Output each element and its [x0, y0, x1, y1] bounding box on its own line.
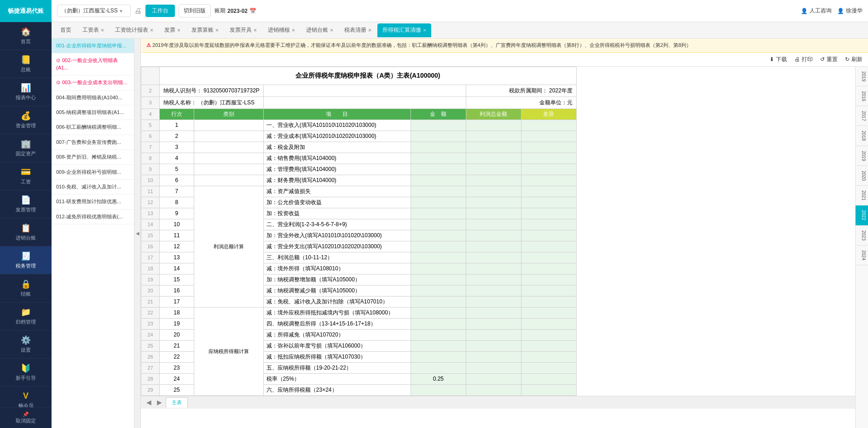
sidebar-nav: 🏠 首页 📒 总账 📊 报表中心 💰 资金管理 🏢 固定资产 💳 工资 📄 发票… — [0, 22, 52, 407]
panel-collapse-toggle[interactable]: ◀ — [134, 39, 141, 428]
sidebar-item-close-period[interactable]: 🔒 结账 — [0, 274, 52, 302]
sheet-tab-main[interactable]: 主表 — [166, 397, 188, 408]
tab-close-sales-check[interactable]: × — [292, 27, 295, 34]
calendar-icon: 📅 — [249, 8, 256, 14]
invoice-icon: 📄 — [21, 195, 31, 205]
sidebar-item-home[interactable]: 🏠 首页 — [0, 22, 52, 50]
left-panel-item-002[interactable]: ⊙002-一般企业收入明细表(A1... — [52, 53, 134, 75]
ledger-icon: 📋 — [21, 223, 31, 233]
sidebar-pin-toggle[interactable]: 📌 取消固定 — [0, 407, 52, 428]
tab-home[interactable]: 首页 — [55, 23, 76, 37]
tab-close-payroll[interactable]: × — [101, 27, 104, 34]
chevron-down-icon: ▾ — [120, 8, 122, 14]
sidebar-item-general-ledger[interactable]: 📒 总账 — [0, 50, 52, 78]
left-panel-item-011[interactable]: 011-研发费用加计扣除优惠... — [52, 194, 134, 209]
year-item-2016[interactable]: 2016 — [856, 86, 868, 106]
payroll-icon: 💳 — [21, 167, 31, 177]
tab-sales-ledger[interactable]: 进销台账 × — [301, 23, 338, 37]
table-row: 84减：销售费用(填写A104000) — [141, 153, 577, 164]
tab-income-tax[interactable]: 所得税汇算清缴 × — [377, 23, 431, 37]
download-icon: ⬇ — [770, 56, 774, 63]
left-panel-item-005[interactable]: 005-纳税调整项目明细表(A1... — [52, 105, 134, 120]
chart-icon: 📊 — [21, 83, 31, 93]
tab-close-invoice-calc[interactable]: × — [215, 27, 219, 34]
tab-close-invoice[interactable]: × — [177, 27, 180, 34]
left-panel-item-004[interactable]: 004-期间费用明细表(A1040... — [52, 91, 134, 105]
col-header-seq: 行次 — [160, 108, 194, 120]
sheet-nav-next[interactable]: ▶ — [155, 398, 164, 407]
sidebar-item-payroll[interactable]: 💳 工资 — [0, 162, 52, 190]
folder-icon: 📁 — [21, 307, 31, 317]
tab-close-tax-clear[interactable]: × — [368, 27, 371, 34]
tab-close-sales-ledger[interactable]: × — [330, 27, 333, 34]
left-panel-item-006[interactable]: 006-职工薪酬纳税调整明细... — [52, 120, 134, 135]
sidebar-item-sales-ledger[interactable]: 📋 进销台账 — [0, 218, 52, 246]
table-info-row-1: 2 纳税人识别号： 91320500703719732P 税款所属期间： 202… — [141, 85, 577, 97]
print-icon: 🖨 — [794, 56, 800, 63]
table-row: 73减：税金及附加 — [141, 142, 577, 153]
year-item-2021[interactable]: 2021 — [856, 186, 868, 205]
company-selector[interactable]: （勿删）江西服宝-LSS ▾ — [57, 5, 131, 17]
user-icon: 👤 — [837, 8, 844, 14]
year-item-2022[interactable]: 2022 — [856, 205, 868, 225]
sidebar-item-fixed-assets[interactable]: 🏢 固定资产 — [0, 134, 52, 162]
year-item-2018[interactable]: 2018 — [856, 126, 868, 146]
year-item-2017[interactable]: 2017 — [856, 106, 868, 126]
year-item-2019b[interactable]: 2019 — [856, 146, 868, 166]
tab-invoice[interactable]: 发票 × — [159, 23, 185, 37]
workbench-button[interactable]: 工作台 — [145, 5, 175, 17]
left-panel-item-007[interactable]: 007-广告费和业务宣传费跑... — [52, 135, 134, 150]
period-label: 账期 2023-02 📅 — [214, 7, 256, 15]
year-item-2019a[interactable]: 2019 — [856, 67, 868, 86]
left-panel-item-008[interactable]: 008-资产折旧、摊销及纳税... — [52, 150, 134, 165]
tab-sales-check[interactable]: 进销稽核 × — [263, 23, 300, 37]
main-area: （勿删）江西服宝-LSS ▾ 🖨 工作台 切到旧版 账期 2023-02 📅 👤… — [52, 0, 868, 428]
collapse-icon: ◀ — [136, 231, 139, 236]
tab-invoice-calc[interactable]: 发票算账 × — [186, 23, 224, 37]
left-panel-item-012[interactable]: 012-减免所得税优惠明细表(... — [52, 210, 134, 224]
sidebar-item-archive[interactable]: 📁 归档管理 — [0, 302, 52, 331]
tab-close-payroll-stats[interactable]: × — [150, 27, 153, 34]
print-button[interactable]: 🖨 打印 — [794, 56, 813, 63]
sidebar-item-report-center[interactable]: 📊 报表中心 — [0, 78, 52, 106]
tab-payroll[interactable]: 工资表 × — [77, 23, 109, 37]
sidebar-item-tax-mgmt[interactable]: 🧾 税务管理 — [0, 246, 52, 274]
table-row: 51一、营业收入(填写A101010\101020\103000) — [141, 120, 577, 131]
sheet-nav-prev[interactable]: ◀ — [145, 398, 153, 407]
reset-button[interactable]: ↺ 重置 — [820, 56, 838, 63]
sidebar-item-member[interactable]: V 畅会员 — [0, 387, 52, 407]
sidebar-item-settings[interactable]: ⚙️ 设置 — [0, 331, 52, 359]
sidebar-item-invoice-mgmt[interactable]: 📄 发票管理 — [0, 190, 52, 218]
download-button[interactable]: ⬇ 下载 — [770, 56, 787, 63]
tab-invoice-open[interactable]: 发票开具 × — [225, 23, 262, 37]
tab-tax-clear[interactable]: 税表清册 × — [339, 23, 376, 37]
year-item-2023[interactable]: 2023 — [856, 226, 868, 245]
user-profile[interactable]: 👤 徐漫华 — [837, 7, 862, 15]
ai-consult-button[interactable]: 👤 人工咨询 — [801, 7, 832, 15]
warning-bar: ⚠ 2019年度涉及取以前年度延续数据的申报表单元格需要手工维护正确，才能保证本… — [141, 39, 868, 53]
top-header: （勿删）江西服宝-LSS ▾ 🖨 工作台 切到旧版 账期 2023-02 📅 👤… — [52, 0, 868, 22]
home-icon: 🏠 — [21, 27, 31, 37]
right-area: ⚠ 2019年度涉及取以前年度延续数据的申报表单元格需要手工维护正确，才能保证本… — [141, 39, 868, 428]
left-panel-item-009[interactable]: 009-企业所得税补亏损明细... — [52, 165, 134, 180]
col-header-profit: 利润总金额 — [466, 108, 521, 120]
refresh-button[interactable]: ↻ 刷新 — [845, 56, 862, 63]
tab-close-invoice-open[interactable]: × — [254, 27, 257, 34]
sidebar-item-fund-mgmt[interactable]: 💰 资金管理 — [0, 106, 52, 134]
app-logo: 畅捷通易代账 — [0, 0, 52, 22]
table-row: 117利润总额计算减：资产减值损失 — [141, 186, 577, 197]
tax-icon: 🧾 — [21, 251, 31, 261]
print-icon: 🖨 — [134, 7, 142, 15]
switch-button[interactable]: 切到旧版 — [179, 4, 211, 17]
tab-close-income-tax[interactable]: × — [423, 27, 426, 34]
left-panel-item-001[interactable]: 001-企业所得税年度纳税申报... — [52, 39, 134, 53]
left-panel-item-003[interactable]: ⊙003-一般企业成本支出明细... — [52, 75, 134, 90]
tab-payroll-stats[interactable]: 工资统计报表 × — [110, 23, 158, 37]
content-area: 001-企业所得税年度纳税申报... ⊙002-一般企业收入明细表(A1... … — [52, 39, 868, 428]
spreadsheet-main[interactable]: 企业所得税年度纳税申报表（A类）主表(A100000) 2 纳税人识别号： 91… — [141, 67, 855, 428]
sidebar-item-new-guide[interactable]: 🔰 新手引导 — [0, 359, 52, 387]
year-item-2020[interactable]: 2020 — [856, 166, 868, 186]
left-panel-item-010[interactable]: 010-免税、减计收入及加计... — [52, 180, 134, 194]
year-item-2024[interactable]: 2024 — [856, 245, 868, 265]
year-sidebar: 2019 2016 2017 2018 2019 2020 2021 2022 … — [855, 67, 868, 428]
